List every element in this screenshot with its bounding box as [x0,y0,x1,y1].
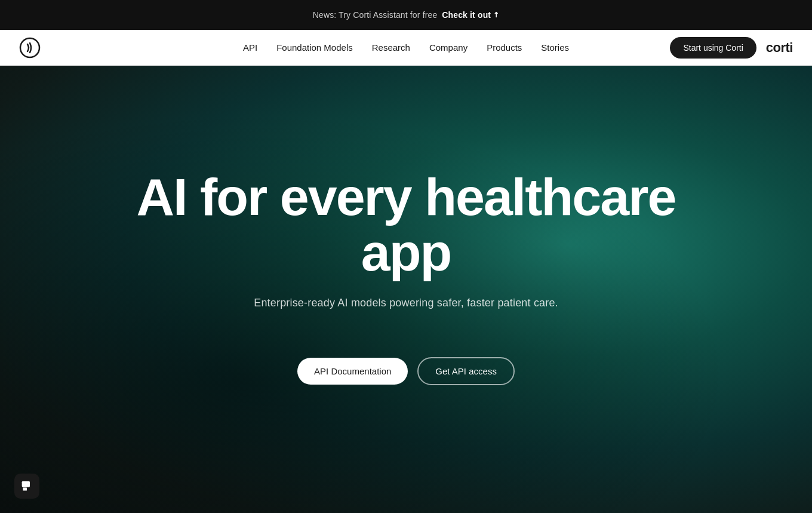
nav-item-research[interactable]: Research [372,42,410,53]
navbar-right: Start using Corti corti [670,37,793,59]
check-link-label: Check it out [442,10,491,20]
svg-point-0 [20,38,39,57]
hero-subtext: Enterprise-ready AI models powering safe… [254,297,558,309]
nav-item-company[interactable]: Company [429,42,467,53]
chat-icon [21,480,33,492]
hero-buttons: API Documentation Get API access [297,357,515,385]
external-link-icon: ↗ [491,10,502,20]
chat-widget[interactable] [14,474,39,499]
nav-item-products[interactable]: Products [487,42,522,53]
nav-item-stories[interactable]: Stories [541,42,569,53]
nav-item-api[interactable]: API [243,42,257,53]
hero-headline: AI for every healthcare app [102,170,710,280]
hero-section: AI for every healthcare app Enterprise-r… [0,66,812,513]
svg-rect-1 [22,481,30,487]
nav-links: API Foundation Models Research Company P… [243,42,569,53]
corti-wordmark: corti [766,40,793,56]
announcement-text: News: Try Corti Assistant for free [313,10,438,20]
navbar-left [19,37,41,59]
navbar: API Foundation Models Research Company P… [0,30,812,66]
nav-item-foundation-models[interactable]: Foundation Models [276,42,353,53]
get-api-access-button[interactable]: Get API access [417,357,515,385]
svg-rect-2 [23,488,27,491]
api-documentation-button[interactable]: API Documentation [297,358,408,385]
corti-logo-icon[interactable] [19,37,41,59]
hero-content: AI for every healthcare app Enterprise-r… [78,170,734,385]
check-it-out-link[interactable]: Check it out ↗ [442,10,499,20]
start-using-corti-button[interactable]: Start using Corti [670,37,756,59]
announcement-bar: News: Try Corti Assistant for free Check… [0,0,812,30]
